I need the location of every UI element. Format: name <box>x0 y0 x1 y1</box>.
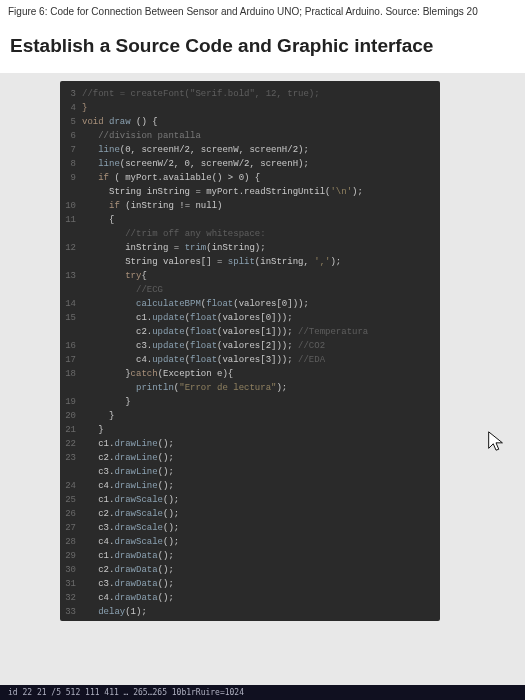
line-number: 31 <box>60 577 82 591</box>
code-text: //trim off any whitespace: <box>82 227 266 241</box>
code-text: c1.drawLine(); <box>82 437 174 451</box>
code-line: 19 } <box>60 395 440 409</box>
line-number: 24 <box>60 479 82 493</box>
code-text: c4.drawData(); <box>82 591 174 605</box>
code-text: String inString = myPort.readStringUntil… <box>82 185 363 199</box>
code-text: //ECG <box>82 283 163 297</box>
line-number <box>60 227 82 241</box>
line-number: 4 <box>60 101 82 115</box>
line-number: 6 <box>60 129 82 143</box>
line-number: 26 <box>60 507 82 521</box>
code-line: 17 c4.update(float(valores[3])); //EDA <box>60 353 440 367</box>
code-line: c2.update(float(valores[1])); //Temperat… <box>60 325 440 339</box>
code-line: 16 c3.update(float(valores[2])); //CO2 <box>60 339 440 353</box>
line-number: 11 <box>60 213 82 227</box>
code-wrap: 3//font = createFont("Serif.bold", 12, t… <box>0 73 525 621</box>
code-text: c3.drawData(); <box>82 577 174 591</box>
line-number: 10 <box>60 199 82 213</box>
code-line: 14 calculateBPM(float(valores[0])); <box>60 297 440 311</box>
code-line: 7 line(0, screenH/2, screenW, screenH/2)… <box>60 143 440 157</box>
code-text: c1.drawScale(); <box>82 493 179 507</box>
code-text: c2.drawLine(); <box>82 451 174 465</box>
line-number: 25 <box>60 493 82 507</box>
line-number: 15 <box>60 311 82 325</box>
code-text: c1.update(float(valores[0])); <box>82 311 293 325</box>
line-number: 22 <box>60 437 82 451</box>
line-number: 7 <box>60 143 82 157</box>
code-text: line(0, screenH/2, screenW, screenH/2); <box>82 143 309 157</box>
code-text: c4.drawLine(); <box>82 479 174 493</box>
code-text: c4.drawScale(); <box>82 535 179 549</box>
line-number <box>60 381 82 395</box>
code-text: void draw () { <box>82 115 158 129</box>
code-line: 26 c2.drawScale(); <box>60 507 440 521</box>
line-number: 18 <box>60 367 82 381</box>
code-line: 27 c3.drawScale(); <box>60 521 440 535</box>
line-number: 9 <box>60 171 82 185</box>
code-line: 11 { <box>60 213 440 227</box>
code-line: 33 delay(1); <box>60 605 440 619</box>
line-number: 12 <box>60 241 82 255</box>
code-line: 9 if ( myPort.available() > 0) { <box>60 171 440 185</box>
code-line: 23 c2.drawLine(); <box>60 451 440 465</box>
code-text: String valores[] = split(inString, ','); <box>82 255 341 269</box>
line-number: 8 <box>60 157 82 171</box>
code-line: String valores[] = split(inString, ','); <box>60 255 440 269</box>
code-line: println("Error de lectura"); <box>60 381 440 395</box>
code-line: 6 //division pantalla <box>60 129 440 143</box>
code-text: c2.drawScale(); <box>82 507 179 521</box>
figure-caption: Figure 6: Code for Connection Between Se… <box>0 0 525 23</box>
code-text: { <box>82 213 114 227</box>
line-number: 17 <box>60 353 82 367</box>
line-number: 28 <box>60 535 82 549</box>
code-text: if ( myPort.available() > 0) { <box>82 171 260 185</box>
code-line: String inString = myPort.readStringUntil… <box>60 185 440 199</box>
code-line: 22 c1.drawLine(); <box>60 437 440 451</box>
code-line: 25 c1.drawScale(); <box>60 493 440 507</box>
code-text: println("Error de lectura"); <box>82 381 287 395</box>
line-number: 5 <box>60 115 82 129</box>
code-line: 5void draw () { <box>60 115 440 129</box>
code-line: 13 try{ <box>60 269 440 283</box>
section-heading: Establish a Source Code and Graphic inte… <box>0 23 525 73</box>
code-line: //trim off any whitespace: <box>60 227 440 241</box>
code-line: 4} <box>60 101 440 115</box>
code-line: 20 } <box>60 409 440 423</box>
line-number: 34 <box>60 619 82 621</box>
code-line: 29 c1.drawData(); <box>60 549 440 563</box>
code-text: c3.update(float(valores[2])); //CO2 <box>82 339 325 353</box>
code-line: 12 inString = trim(inString); <box>60 241 440 255</box>
line-number: 19 <box>60 395 82 409</box>
code-text: inString = trim(inString); <box>82 241 266 255</box>
line-number: 3 <box>60 87 82 101</box>
code-text: try{ <box>82 269 147 283</box>
code-line: 30 c2.drawData(); <box>60 563 440 577</box>
code-line: c3.drawLine(); <box>60 465 440 479</box>
line-number <box>60 255 82 269</box>
line-number: 16 <box>60 339 82 353</box>
line-number: 23 <box>60 451 82 465</box>
code-text: calculateBPM(float(valores[0])); <box>82 297 309 311</box>
code-line: 8 line(screenW/2, 0, screenW/2, screenH)… <box>60 157 440 171</box>
line-number: 13 <box>60 269 82 283</box>
code-text: line(screenW/2, 0, screenW/2, screenH); <box>82 157 309 171</box>
code-text: if (inString != null) <box>82 199 222 213</box>
code-line: 34} <box>60 619 440 621</box>
code-line: 3//font = createFont("Serif.bold", 12, t… <box>60 87 440 101</box>
line-number <box>60 325 82 339</box>
line-number: 32 <box>60 591 82 605</box>
code-block: 3//font = createFont("Serif.bold", 12, t… <box>60 81 440 621</box>
code-line: 24 c4.drawLine(); <box>60 479 440 493</box>
line-number: 21 <box>60 423 82 437</box>
code-text: c2.update(float(valores[1])); //Temperat… <box>82 325 368 339</box>
line-number: 29 <box>60 549 82 563</box>
line-number: 14 <box>60 297 82 311</box>
line-number <box>60 185 82 199</box>
line-number <box>60 283 82 297</box>
code-line: 10 if (inString != null) <box>60 199 440 213</box>
code-text: } <box>82 395 131 409</box>
status-bar: id 22 21 /5 512 111 411 … 265…265 10b1rR… <box>0 685 525 700</box>
code-text: }catch(Exception e){ <box>82 367 233 381</box>
code-text: c3.drawLine(); <box>82 465 174 479</box>
code-line: 32 c4.drawData(); <box>60 591 440 605</box>
